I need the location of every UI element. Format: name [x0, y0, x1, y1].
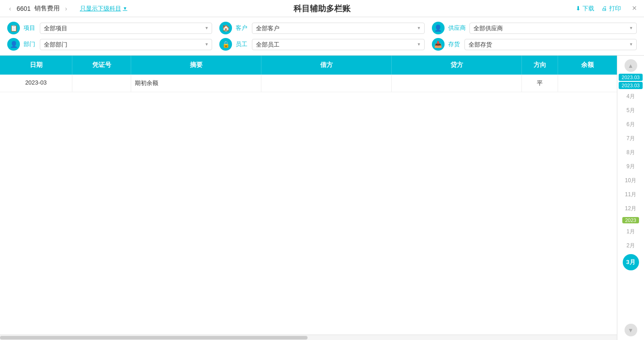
period-7[interactable]: 7月	[617, 132, 644, 145]
cell-debit	[261, 75, 392, 92]
title-right: ⬇ 下载 🖨 打印 ×	[576, 4, 637, 13]
nav-next-button[interactable]: ›	[63, 4, 69, 13]
close-button[interactable]: ×	[632, 4, 637, 13]
download-button[interactable]: ⬇ 下载	[576, 5, 594, 13]
project-select-wrap: 全部项目	[40, 23, 212, 34]
cell-balance	[558, 75, 617, 92]
employee-select-wrap: 全部员工	[252, 39, 424, 50]
download-icon: ⬇	[576, 5, 581, 12]
project-select[interactable]: 全部项目	[40, 23, 212, 34]
period-10[interactable]: 10月	[617, 174, 644, 187]
scrollbar-thumb[interactable]	[0, 336, 308, 340]
main-window: ‹ 6601 销售费用 › 只显示下级科目 ▼ 科目辅助多栏账 ⬇ 下载 🖨 打…	[0, 0, 644, 340]
account-name: 销售费用	[34, 5, 60, 13]
project-label: 项目	[24, 24, 36, 32]
col-voucher: 凭证号	[72, 56, 131, 75]
nav-prev-button[interactable]: ‹	[7, 4, 13, 13]
table-area: 日期 凭证号 摘要 借方 贷方 方向 余额 2023-03 期初余额 平	[0, 56, 617, 340]
supplier-label: 供应商	[448, 24, 466, 32]
department-filter: 👤 部门 全部部门	[7, 38, 212, 51]
inventory-select-wrap: 全部存货	[464, 39, 637, 50]
employee-select[interactable]: 全部员工	[252, 39, 424, 50]
project-filter: 📋 项目 全部项目	[7, 22, 212, 34]
customer-label: 客户	[236, 24, 248, 32]
period-6[interactable]: 6月	[617, 118, 644, 131]
show-sub-label: 只显示下级科目	[80, 5, 121, 13]
cell-voucher	[72, 75, 131, 92]
cell-summary: 期初余额	[131, 75, 261, 92]
period-8[interactable]: 8月	[617, 146, 644, 159]
cell-direction: 平	[522, 75, 558, 92]
period-12[interactable]: 12月	[617, 202, 644, 215]
right-panel: ▲ 2023.03 2023.03 4月 5月 6月 7月 8月 9月 10月 …	[617, 56, 644, 340]
inventory-select[interactable]: 全部存货	[464, 39, 637, 50]
col-credit: 贷方	[392, 56, 522, 75]
table-header: 日期 凭证号 摘要 借方 贷方 方向 余额	[0, 56, 617, 75]
project-icon: 📋	[7, 22, 20, 34]
print-icon: 🖨	[601, 5, 607, 12]
account-code: 6601	[17, 5, 31, 12]
title-left: ‹ 6601 销售费用 › 只显示下级科目 ▼	[7, 4, 127, 13]
period-5[interactable]: 5月	[617, 104, 644, 117]
customer-select-wrap: 全部客户	[252, 23, 424, 34]
down-arrow-icon: ▼	[628, 327, 634, 334]
department-icon: 👤	[7, 38, 20, 51]
up-arrow-icon: ▲	[628, 62, 634, 69]
chevron-down-icon: ▼	[123, 6, 128, 11]
period-4[interactable]: 4月	[617, 90, 644, 103]
main-content: 日期 凭证号 摘要 借方 贷方 方向 余额 2023-03 期初余额 平	[0, 56, 644, 340]
download-label: 下载	[582, 5, 594, 13]
supplier-filter: 👤 供应商 全部供应商	[432, 22, 637, 34]
col-summary: 摘要	[131, 56, 261, 75]
scroll-down-button[interactable]: ▼	[625, 324, 637, 336]
col-debit: 借方	[261, 56, 392, 75]
year-badge-2023[interactable]: 2023	[622, 217, 639, 223]
inventory-icon: 📥	[432, 38, 445, 51]
employee-label: 员工	[236, 40, 248, 48]
cell-credit	[392, 75, 522, 92]
period-9[interactable]: 9月	[617, 160, 644, 173]
supplier-select-wrap: 全部供应商	[469, 23, 637, 34]
inventory-label: 存货	[448, 40, 461, 48]
supplier-icon: 👤	[432, 22, 445, 34]
customer-filter: 🏠 客户 全部客户	[219, 22, 424, 34]
department-select[interactable]: 全部部门	[40, 39, 212, 50]
customer-icon: 🏠	[219, 22, 232, 34]
print-button[interactable]: 🖨 打印	[601, 5, 621, 13]
period-2023-03-second[interactable]: 2023.03	[619, 82, 643, 89]
table-row: 2023-03 期初余额 平	[0, 75, 617, 92]
horizontal-scrollbar[interactable]	[0, 335, 617, 340]
scroll-up-button[interactable]: ▲	[625, 59, 637, 72]
table-body: 2023-03 期初余额 平	[0, 75, 617, 335]
period-2[interactable]: 2月	[617, 239, 644, 252]
supplier-select[interactable]: 全部供应商	[469, 23, 637, 34]
col-direction: 方向	[522, 56, 558, 75]
department-label: 部门	[24, 40, 36, 48]
cell-date: 2023-03	[0, 75, 72, 92]
print-label: 打印	[609, 5, 621, 13]
title-bar: ‹ 6601 销售费用 › 只显示下级科目 ▼ 科目辅助多栏账 ⬇ 下载 🖨 打…	[0, 0, 644, 17]
filters-panel: 📋 项目 全部项目 🏠 客户 全部客户 👤 供应商 全部供应商	[0, 17, 644, 56]
department-select-wrap: 全部部门	[40, 39, 212, 50]
col-balance: 余额	[558, 56, 617, 75]
period-3-active[interactable]: 3月	[623, 254, 639, 270]
period-11[interactable]: 11月	[617, 188, 644, 201]
employee-icon: 🔒	[219, 38, 232, 51]
col-date: 日期	[0, 56, 72, 75]
period-1[interactable]: 1月	[617, 225, 644, 238]
page-title: 科目辅助多栏账	[294, 3, 350, 14]
show-sub-accounts-button[interactable]: 只显示下级科目 ▼	[80, 5, 128, 13]
customer-select[interactable]: 全部客户	[252, 23, 424, 34]
inventory-filter: 📥 存货 全部存货	[432, 38, 637, 51]
period-2023-03-first[interactable]: 2023.03	[619, 74, 643, 81]
employee-filter: 🔒 员工 全部员工	[219, 38, 424, 51]
